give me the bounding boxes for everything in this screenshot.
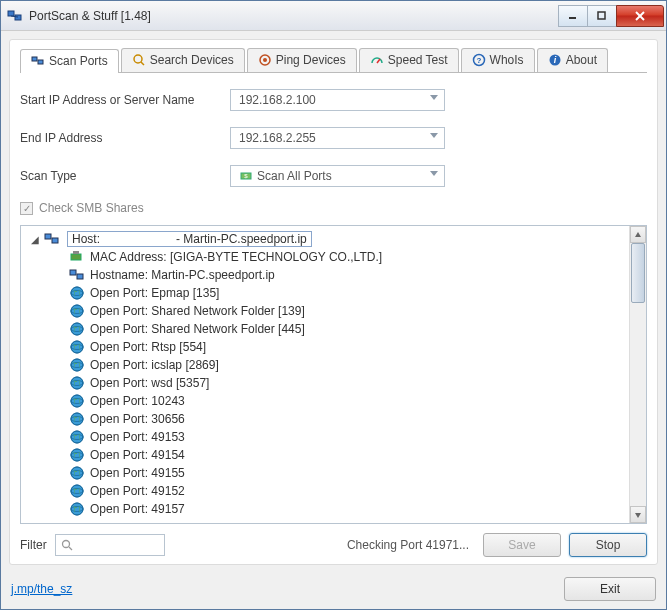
svg-rect-4 bbox=[598, 12, 605, 19]
tree-item[interactable]: Open Port: Rtsp [554] bbox=[23, 338, 627, 356]
tree-item[interactable]: MAC Address: [GIGA-BYTE TECHNOLOGY CO.,L… bbox=[23, 248, 627, 266]
tree-item-text: Open Port: Rtsp [554] bbox=[90, 340, 206, 354]
globe-icon bbox=[69, 447, 85, 463]
tab-ping-devices[interactable]: Ping Devices bbox=[247, 48, 357, 72]
tree-item-text: Hostname: Martin-PC.speedport.ip bbox=[90, 268, 275, 282]
svg-rect-24 bbox=[70, 270, 76, 275]
save-button[interactable]: Save bbox=[483, 533, 561, 557]
vertical-scrollbar[interactable] bbox=[629, 226, 646, 523]
smb-label: Check SMB Shares bbox=[39, 201, 144, 215]
scan-type-select[interactable]: $ Scan All Ports bbox=[230, 165, 445, 187]
results-tree[interactable]: ◢ Host: - Martin-PC.speedport.ip MAC Add… bbox=[21, 226, 629, 523]
tree-item[interactable]: Open Port: 10243 bbox=[23, 392, 627, 410]
tree-item[interactable]: Open Port: Epmap [135] bbox=[23, 284, 627, 302]
tree-host-row[interactable]: ◢ Host: - Martin-PC.speedport.ip bbox=[23, 230, 627, 248]
svg-rect-8 bbox=[38, 60, 43, 64]
svg-point-12 bbox=[263, 58, 267, 62]
globe-icon bbox=[69, 321, 85, 337]
tree-item[interactable]: Open Port: 30656 bbox=[23, 410, 627, 428]
maximize-button[interactable] bbox=[587, 5, 617, 27]
host-label: Host: bbox=[72, 232, 100, 246]
tree-item[interactable]: Open Port: 49152 bbox=[23, 482, 627, 500]
tab-whois[interactable]: ? WhoIs bbox=[461, 48, 535, 72]
tree-item[interactable]: Hostname: Martin-PC.speedport.ip bbox=[23, 266, 627, 284]
stop-button[interactable]: Stop bbox=[569, 533, 647, 557]
search-devices-icon bbox=[132, 53, 146, 67]
scroll-up-button[interactable] bbox=[630, 226, 646, 243]
tab-label: Search Devices bbox=[150, 53, 234, 67]
tree-item-text: Open Port: Shared Network Folder [445] bbox=[90, 322, 305, 336]
svg-marker-65 bbox=[635, 232, 641, 237]
start-ip-input[interactable]: 192.168.2.100 bbox=[230, 89, 445, 111]
row-scan-type: Scan Type $ Scan All Ports bbox=[20, 165, 647, 187]
speed-icon bbox=[370, 53, 384, 67]
tab-strip: Scan Ports Search Devices Ping Devices S… bbox=[20, 48, 647, 73]
tab-about[interactable]: i About bbox=[537, 48, 608, 72]
ping-icon bbox=[258, 53, 272, 67]
end-ip-input[interactable]: 192.168.2.255 bbox=[230, 127, 445, 149]
tree-item-text: Open Port: 49155 bbox=[90, 466, 185, 480]
start-ip-label: Start IP Address or Server Name bbox=[20, 93, 230, 107]
svg-rect-1 bbox=[15, 15, 21, 20]
filter-input[interactable] bbox=[55, 534, 165, 556]
exit-button[interactable]: Exit bbox=[564, 577, 656, 601]
tree-item-text: Open Port: Shared Network Folder [139] bbox=[90, 304, 305, 318]
globe-icon bbox=[69, 357, 85, 373]
app-icon bbox=[7, 8, 23, 24]
collapse-icon[interactable]: ◢ bbox=[29, 234, 40, 245]
svg-marker-66 bbox=[635, 513, 641, 518]
tab-label: WhoIs bbox=[490, 53, 524, 67]
chevron-down-icon bbox=[430, 133, 438, 138]
status-text: Checking Port 41971... bbox=[347, 538, 469, 552]
start-ip-value: 192.168.2.100 bbox=[239, 93, 316, 107]
tree-item[interactable]: Open Port: 49154 bbox=[23, 446, 627, 464]
globe-icon bbox=[69, 465, 85, 481]
svg-rect-25 bbox=[77, 274, 83, 279]
tab-label: Speed Test bbox=[388, 53, 448, 67]
chevron-down-icon bbox=[430, 95, 438, 100]
tree-item[interactable]: Open Port: icslap [2869] bbox=[23, 356, 627, 374]
scan-ports-icon bbox=[31, 54, 45, 68]
svg-rect-22 bbox=[71, 254, 81, 260]
tree-item[interactable]: Open Port: 49153 bbox=[23, 428, 627, 446]
tree-item[interactable]: Open Port: wsd [5357] bbox=[23, 374, 627, 392]
scan-type-label: Scan Type bbox=[20, 169, 230, 183]
tree-item-text: Open Port: 49153 bbox=[90, 430, 185, 444]
end-ip-value: 192.168.2.255 bbox=[239, 131, 316, 145]
host-icon bbox=[69, 267, 85, 283]
smb-checkbox[interactable]: ✓ bbox=[20, 202, 33, 215]
globe-icon bbox=[69, 285, 85, 301]
svg-line-13 bbox=[377, 59, 380, 63]
tab-search-devices[interactable]: Search Devices bbox=[121, 48, 245, 72]
website-link[interactable]: j.mp/the_sz bbox=[11, 582, 72, 596]
svg-text:?: ? bbox=[476, 56, 481, 65]
tree-item-text: Open Port: 30656 bbox=[90, 412, 185, 426]
tab-speed-test[interactable]: Speed Test bbox=[359, 48, 459, 72]
globe-icon bbox=[69, 411, 85, 427]
tree-item[interactable]: Open Port: Shared Network Folder [139] bbox=[23, 302, 627, 320]
minimize-button[interactable] bbox=[558, 5, 588, 27]
scroll-track[interactable] bbox=[630, 243, 646, 506]
tree-item-text: Open Port: wsd [5357] bbox=[90, 376, 209, 390]
tree-item-text: Open Port: 49154 bbox=[90, 448, 185, 462]
about-icon: i bbox=[548, 53, 562, 67]
scroll-down-button[interactable] bbox=[630, 506, 646, 523]
tree-item[interactable]: Open Port: Shared Network Folder [445] bbox=[23, 320, 627, 338]
tab-scan-ports[interactable]: Scan Ports bbox=[20, 49, 119, 73]
whois-icon: ? bbox=[472, 53, 486, 67]
svg-point-67 bbox=[62, 541, 69, 548]
close-button[interactable] bbox=[616, 5, 664, 27]
host-icon bbox=[44, 231, 60, 247]
svg-rect-7 bbox=[32, 57, 37, 61]
tree-item[interactable]: Open Port: 49157 bbox=[23, 500, 627, 518]
window-controls bbox=[559, 5, 664, 27]
tree-item[interactable]: Open Port: 49155 bbox=[23, 464, 627, 482]
globe-icon bbox=[69, 483, 85, 499]
window-title: PortScan & Stuff [1.48] bbox=[29, 9, 559, 23]
row-end-ip: End IP Address 192.168.2.255 bbox=[20, 127, 647, 149]
row-smb-check: ✓ Check SMB Shares bbox=[20, 201, 647, 215]
chevron-down-icon bbox=[430, 171, 438, 176]
search-icon bbox=[60, 538, 74, 552]
scroll-thumb[interactable] bbox=[631, 243, 645, 303]
filter-label: Filter bbox=[20, 538, 47, 552]
